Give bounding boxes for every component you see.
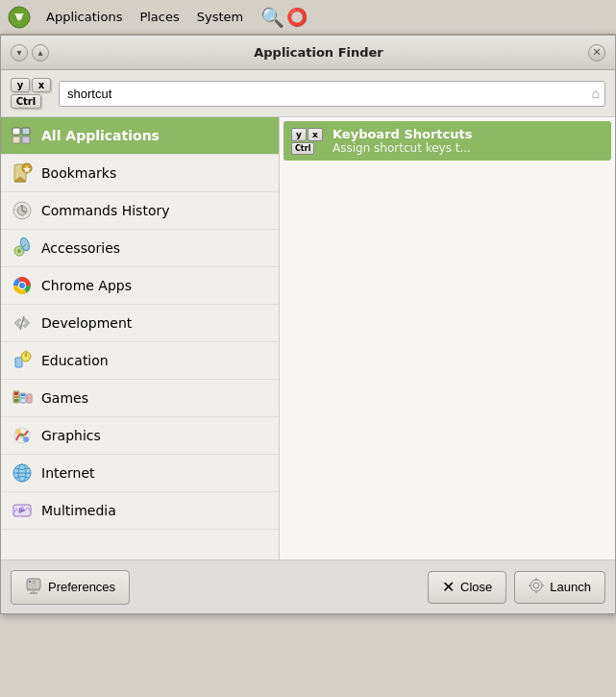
- key-x: x: [32, 78, 51, 92]
- category-all-applications[interactable]: All Applications: [1, 117, 279, 155]
- internet-icon: [11, 461, 34, 485]
- all-applications-label: All Applications: [41, 128, 160, 143]
- games-icon: [11, 386, 34, 410]
- close-btn-icon: ✕: [442, 578, 455, 596]
- svg-line-22: [20, 316, 24, 330]
- key-ctrl: Ctrl: [11, 94, 41, 109]
- launch-icon: [529, 578, 544, 597]
- search-area: y x Ctrl ⌂: [1, 70, 615, 117]
- apps-panel: y x Ctrl Keyboard Shortcuts Assign short…: [280, 117, 615, 560]
- accessories-icon: [11, 236, 34, 260]
- svg-rect-25: [25, 353, 27, 357]
- chrome-apps-icon: [11, 274, 34, 297]
- close-window-button[interactable]: ✕: [588, 44, 605, 62]
- svg-rect-4: [22, 128, 30, 135]
- app-description: Assign shortcut keys t...: [333, 141, 472, 155]
- svg-rect-56: [32, 581, 37, 582]
- category-chrome-apps[interactable]: Chrome Apps: [1, 267, 279, 305]
- window-controls: ▾ ▴: [11, 44, 49, 62]
- menubar: Applications Places System 🔍 ⭕: [0, 0, 616, 35]
- bookmarks-label: Bookmarks: [41, 165, 116, 181]
- category-commands-history[interactable]: Commands History: [1, 192, 279, 230]
- education-label: Education: [41, 353, 109, 368]
- app-keyboard-shortcuts[interactable]: y x Ctrl Keyboard Shortcuts Assign short…: [283, 121, 611, 161]
- menubar-compose-icon[interactable]: ⭕: [286, 7, 308, 27]
- app-info: Keyboard Shortcuts Assign shortcut keys …: [333, 127, 472, 155]
- svg-rect-58: [29, 585, 37, 585]
- category-internet[interactable]: Internet: [1, 455, 279, 492]
- app-key-ctrl: Ctrl: [291, 142, 314, 155]
- svg-point-21: [19, 283, 25, 288]
- svg-rect-29: [14, 396, 18, 398]
- education-icon: [11, 349, 34, 372]
- search-input[interactable]: [59, 81, 605, 107]
- app-finder-window: ▾ ▴ Application Finder ✕ y x Ctrl ⌂: [0, 35, 616, 614]
- maximize-button[interactable]: ▴: [32, 44, 49, 62]
- search-input-wrapper: ⌂: [59, 81, 605, 107]
- key-y: y: [11, 78, 30, 92]
- svg-rect-3: [12, 137, 20, 143]
- app-keyboard-icon: y x Ctrl: [291, 128, 323, 155]
- svg-rect-28: [14, 392, 18, 395]
- app-name: Keyboard Shortcuts: [333, 127, 472, 141]
- internet-label: Internet: [41, 465, 95, 481]
- bottom-bar: Preferences ✕ Close Launch: [1, 560, 615, 613]
- category-accessories[interactable]: Accessories: [1, 230, 279, 267]
- category-multimedia[interactable]: Multimedia: [1, 492, 279, 530]
- bookmarks-icon: [11, 162, 34, 185]
- main-content: All Applications Bookmarks: [1, 117, 615, 560]
- graphics-icon: [11, 424, 34, 447]
- svg-rect-51: [27, 579, 40, 589]
- svg-point-26: [25, 351, 28, 354]
- svg-point-38: [23, 436, 29, 442]
- graphics-label: Graphics: [41, 428, 101, 443]
- commands-history-label: Commands History: [41, 203, 170, 218]
- svg-point-60: [533, 583, 539, 588]
- svg-point-1: [16, 14, 22, 20]
- right-buttons: ✕ Close Launch: [428, 571, 605, 604]
- minimize-button[interactable]: ▾: [11, 44, 28, 62]
- menubar-search-icon[interactable]: 🔍: [260, 6, 284, 29]
- games-label: Games: [41, 390, 88, 406]
- keyboard-icon: y x Ctrl: [11, 78, 51, 109]
- svg-rect-33: [21, 397, 25, 399]
- svg-point-59: [530, 580, 542, 591]
- accessories-label: Accessories: [41, 240, 120, 256]
- category-education[interactable]: Education: [1, 342, 279, 380]
- development-label: Development: [41, 315, 132, 331]
- category-games[interactable]: Games: [1, 380, 279, 417]
- svg-point-37: [15, 429, 21, 435]
- titlebar: ▾ ▴ Application Finder ✕: [1, 36, 615, 70]
- close-button[interactable]: ✕ Close: [428, 571, 506, 604]
- all-applications-icon: [11, 124, 34, 147]
- category-graphics[interactable]: Graphics: [1, 417, 279, 455]
- menu-places[interactable]: Places: [132, 8, 186, 26]
- development-icon: [11, 311, 34, 335]
- preferences-icon: [25, 577, 42, 598]
- close-label: Close: [460, 580, 492, 594]
- xfce-logo: [8, 6, 31, 29]
- svg-rect-35: [28, 395, 31, 402]
- svg-rect-55: [29, 581, 31, 583]
- chrome-apps-label: Chrome Apps: [41, 278, 132, 293]
- svg-rect-30: [14, 399, 18, 402]
- svg-rect-57: [32, 583, 36, 584]
- category-development[interactable]: Development: [1, 305, 279, 342]
- launch-label: Launch: [550, 580, 591, 594]
- menu-applications[interactable]: Applications: [38, 8, 130, 26]
- multimedia-icon: [11, 499, 34, 522]
- svg-rect-32: [21, 394, 25, 396]
- multimedia-label: Multimedia: [41, 503, 116, 518]
- menu-system[interactable]: System: [189, 8, 251, 26]
- category-bookmarks[interactable]: Bookmarks: [1, 155, 279, 192]
- search-clear-button[interactable]: ⌂: [592, 86, 600, 101]
- svg-point-16: [17, 249, 21, 253]
- commands-history-icon: [11, 199, 34, 222]
- app-key-y: y: [291, 128, 307, 141]
- launch-button[interactable]: Launch: [514, 571, 605, 604]
- preferences-button[interactable]: Preferences: [11, 570, 130, 605]
- preferences-label: Preferences: [48, 580, 115, 594]
- window-title: Application Finder: [49, 45, 588, 60]
- svg-rect-2: [12, 128, 20, 135]
- svg-rect-23: [15, 358, 22, 367]
